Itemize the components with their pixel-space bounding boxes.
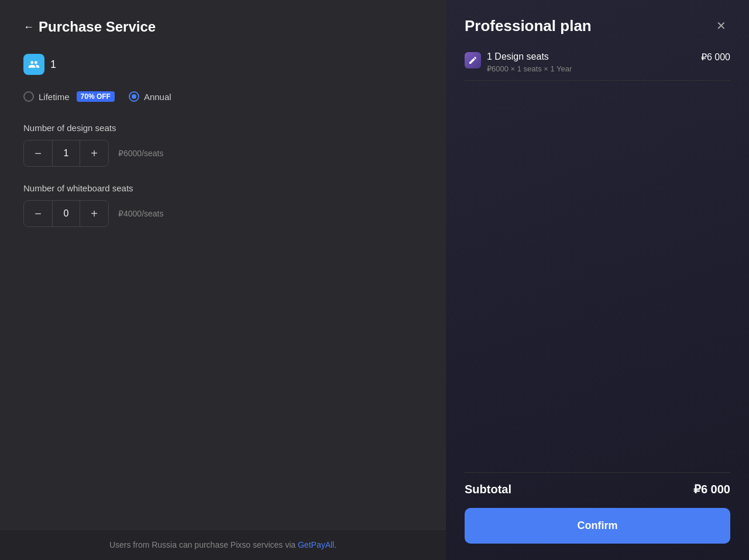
back-row[interactable]: ← Purchase Service (23, 19, 422, 35)
order-item-price: ₽6 000 (701, 51, 730, 63)
design-seats-stepper: − 1 + (23, 140, 109, 167)
close-icon: ✕ (716, 19, 726, 33)
user-count-label: 1 (50, 59, 56, 71)
whiteboard-seats-decrement-button[interactable]: − (24, 201, 52, 226)
subtotal-row: Subtotal ₽6 000 (465, 472, 730, 508)
design-seats-decrement-button[interactable]: − (24, 140, 52, 166)
whiteboard-seats-stepper-row: − 0 + ₽4000/seats (23, 200, 422, 227)
whiteboard-seats-stepper: − 0 + (23, 200, 109, 227)
user-count-row: 1 (23, 54, 422, 75)
whiteboard-seats-section: Number of whiteboard seats − 0 + ₽4000/s… (23, 183, 422, 227)
order-item: 1 Design seats ₽6000 × 1 seats × 1 Year … (465, 51, 730, 81)
whiteboard-seats-label: Number of whiteboard seats (23, 183, 422, 193)
whiteboard-seats-value: 0 (52, 201, 80, 226)
annual-option[interactable]: Annual (129, 91, 171, 102)
footer: Users from Russia can purchase Pixso ser… (0, 529, 446, 560)
lifetime-option[interactable]: Lifetime 70% OFF (23, 91, 115, 102)
design-seats-stepper-row: − 1 + ₽6000/seats (23, 140, 422, 167)
panel-header: Professional plan ✕ (465, 16, 730, 35)
order-item-name: 1 Design seats (487, 51, 572, 62)
user-icon (23, 54, 44, 75)
confirm-button[interactable]: Confirm (465, 508, 730, 544)
lifetime-label: Lifetime (39, 92, 70, 102)
annual-label: Annual (144, 92, 171, 102)
product-icon (465, 52, 481, 68)
order-item-details: 1 Design seats ₽6000 × 1 seats × 1 Year (487, 51, 572, 73)
order-item-left: 1 Design seats ₽6000 × 1 seats × 1 Year (465, 51, 572, 73)
footer-link[interactable]: GetPayAll (298, 540, 334, 549)
page-title: Purchase Service (39, 19, 156, 35)
footer-suffix: . (334, 540, 336, 549)
subtotal-label: Subtotal (465, 483, 511, 496)
lifetime-badge: 70% OFF (77, 91, 115, 102)
design-seats-increment-button[interactable]: + (80, 140, 108, 166)
whiteboard-seats-increment-button[interactable]: + (80, 201, 108, 226)
design-seats-label: Number of design seats (23, 123, 422, 133)
order-item-desc: ₽6000 × 1 seats × 1 Year (487, 64, 572, 73)
design-seats-value: 1 (52, 140, 80, 166)
billing-options-row: Lifetime 70% OFF Annual (23, 91, 422, 102)
back-arrow-icon[interactable]: ← (23, 21, 34, 33)
right-panel: Professional plan ✕ 1 Design seats ₽6000… (446, 0, 749, 560)
design-seats-section: Number of design seats − 1 + ₽6000/seats (23, 123, 422, 167)
panel-title: Professional plan (465, 17, 592, 35)
whiteboard-seats-price: ₽4000/seats (118, 209, 164, 218)
subtotal-value: ₽6 000 (693, 482, 730, 496)
lifetime-radio[interactable] (23, 91, 34, 102)
close-button[interactable]: ✕ (712, 16, 730, 35)
footer-text: Users from Russia can purchase Pixso ser… (109, 540, 298, 549)
spacer (465, 85, 730, 472)
design-seats-price: ₽6000/seats (118, 149, 164, 158)
left-panel: ← Purchase Service 1 Lifetime 70% OFF An… (0, 0, 446, 560)
annual-radio[interactable] (129, 91, 139, 102)
